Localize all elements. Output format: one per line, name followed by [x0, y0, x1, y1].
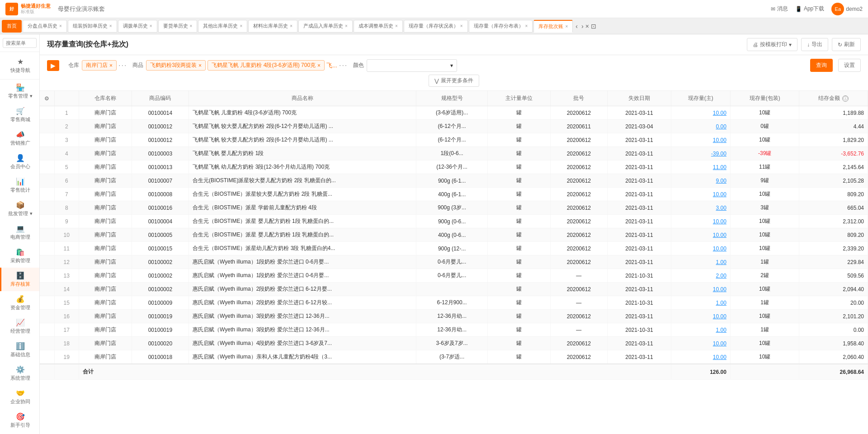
sidebar-item-inventory[interactable]: 🗄️ 库存核算: [0, 268, 39, 291]
cell-stock-main-17[interactable]: 1.00: [671, 323, 730, 337]
refresh-button[interactable]: ↻ 刷新: [832, 38, 861, 51]
cell-stock-main-12[interactable]: 1.00: [671, 255, 730, 269]
tab-xianzailiang1[interactable]: 现存量（库存状况表）×: [404, 20, 468, 33]
cell-stock-main-18[interactable]: 10.00: [671, 337, 730, 350]
cell-stock-main-11[interactable]: 10.00: [671, 242, 730, 255]
print-button[interactable]: 🖨 按模板打印 ▾: [747, 38, 797, 51]
sidebar-item-retail-mgmt[interactable]: 🏪 零售管理 ▾: [0, 80, 39, 103]
color-input[interactable]: ▾: [367, 59, 457, 72]
app-download-btn[interactable]: 📱 App下载: [795, 5, 824, 13]
tab-chengben[interactable]: 成本调整单历史 ×: [354, 20, 403, 33]
ecom-icon: 💻: [16, 224, 25, 233]
cell-stock-main-6[interactable]: 9.00: [671, 174, 730, 188]
tab-prev-btn[interactable]: ‹: [574, 23, 580, 30]
tab-close-all-btn[interactable]: ×: [585, 23, 589, 30]
search-input[interactable]: [3, 38, 37, 48]
close-icon[interactable]: ×: [109, 24, 112, 28]
product-tag-0[interactable]: 飞鹤奶粉3段两提装 ×: [146, 60, 206, 71]
cell-stock-main-16[interactable]: 10.00: [671, 310, 730, 323]
tab-yaohuodan[interactable]: 要货单历史 ×: [158, 20, 198, 33]
cell-balance-2: 4.44: [799, 120, 868, 133]
close-icon[interactable]: ×: [395, 24, 398, 28]
close-icon[interactable]: ×: [59, 24, 62, 28]
close-icon[interactable]: ×: [525, 24, 528, 28]
cell-stock-main-10[interactable]: 10.00: [671, 228, 730, 242]
sidebar-item-appcenter[interactable]: 📱 应用中心: [0, 432, 39, 434]
sidebar-item-sys[interactable]: ⚙️ 系统管理: [0, 362, 39, 385]
cell-spec-6: 900g (6-1...: [416, 174, 488, 188]
message-btn[interactable]: ✉ 消息: [771, 5, 788, 13]
cell-stock-main-9[interactable]: 10.00: [671, 215, 730, 228]
col-settings[interactable]: ⚙: [40, 91, 54, 106]
cell-stock-main-15[interactable]: 1.00: [671, 296, 730, 310]
logo-area: 好 畅捷通好生意 标准版: [5, 3, 51, 15]
cell-warehouse-8: 南岸门店: [79, 201, 132, 215]
cell-warehouse-3: 南岸门店: [79, 133, 132, 147]
cell-stock-main-19[interactable]: 10.00: [671, 350, 730, 364]
sidebar-item-guide[interactable]: 🎯 新手引导: [0, 409, 39, 432]
close-icon[interactable]: ×: [345, 24, 348, 28]
sidebar-item-corp[interactable]: 🤝 企业协同: [0, 385, 39, 409]
collapse-filter-btn[interactable]: ▶: [47, 60, 59, 71]
cell-index-10: 10: [54, 228, 79, 242]
tab-qitachuku[interactable]: 其他出库单历史 ×: [198, 20, 247, 33]
cell-expire-17: 2021-10-31: [608, 323, 671, 337]
tab-xianzailiang2[interactable]: 现存量（库存分布表）×: [469, 20, 533, 33]
cell-stock-main-8[interactable]: 3.00: [671, 201, 730, 215]
close-icon[interactable]: ×: [150, 24, 152, 28]
expand-conditions-btn[interactable]: ⋁ 展开更多条件: [429, 75, 479, 87]
tab-fenkunhistory[interactable]: 分盘点单历史 ×: [23, 20, 67, 33]
warehouse-remove-icon[interactable]: ×: [109, 62, 113, 69]
tab-next-btn[interactable]: ›: [580, 23, 585, 30]
product-remove-icon-0[interactable]: ×: [198, 62, 202, 69]
sidebar-item-mkt[interactable]: 📣 营销推广: [0, 127, 39, 150]
close-icon[interactable]: ×: [290, 24, 292, 28]
tab-home[interactable]: 首页: [2, 20, 22, 33]
cell-stock-main-7[interactable]: 10.00: [671, 188, 730, 201]
cell-stock-main-4[interactable]: -39.00: [671, 147, 730, 160]
cell-stock-main-2[interactable]: 0.00: [671, 120, 730, 133]
cell-code-13: 00100002: [132, 269, 189, 283]
close-icon[interactable]: ×: [565, 24, 568, 29]
tab-zuzhexiaodan[interactable]: 组装拆卸单历史 ×: [68, 20, 117, 33]
sidebar-item-purchase[interactable]: 🛍️ 采购管理: [0, 244, 39, 268]
product-more-dots[interactable]: ···: [339, 61, 348, 70]
warehouse-more-dots[interactable]: ···: [118, 61, 127, 70]
tab-chanchengruku[interactable]: 产成品入库单历史 ×: [298, 20, 353, 33]
close-icon[interactable]: ×: [460, 24, 463, 28]
product-tag-1[interactable]: 飞鹤星飞帆 儿童奶粉 4段(3-6岁适用) 700克 ×: [208, 60, 325, 71]
sidebar-item-batch-mgmt[interactable]: 📦 批发管理 ▾: [0, 197, 39, 221]
tab-expand-btn[interactable]: ⊡: [589, 23, 598, 30]
balance-info-icon[interactable]: ⓘ: [842, 95, 849, 102]
cell-stock-main-5[interactable]: 11.00: [671, 160, 730, 174]
cell-stock-main-1[interactable]: 10.00: [671, 106, 730, 120]
tab-pipicidan[interactable]: 库存批次账 ×: [533, 20, 573, 33]
tab-cailiaochuku[interactable]: 材料出库单历史 ×: [248, 20, 297, 33]
cell-stock-main-13[interactable]: 2.00: [671, 269, 730, 283]
sidebar-item-retail-stats[interactable]: 📊 零售统计: [0, 174, 39, 197]
warehouse-tag[interactable]: 南岸门店 ×: [82, 60, 117, 71]
product-tag-more[interactable]: 飞...: [326, 61, 337, 70]
product-remove-icon-1[interactable]: ×: [317, 62, 321, 69]
export-button[interactable]: ↓ 导出: [801, 38, 828, 51]
sidebar-item-finance[interactable]: 💰 资金管理: [0, 291, 39, 315]
sidebar-item-basic[interactable]: ℹ️ 基础信息: [0, 338, 39, 362]
tab-diaobodan[interactable]: 调拨单历史 ×: [118, 20, 157, 33]
cell-stock-main-14[interactable]: 10.00: [671, 283, 730, 296]
sidebar-item-retail-store[interactable]: 🛒 零售商城: [0, 103, 39, 127]
cell-expire-7: 2021-03-11: [608, 188, 671, 201]
user-area[interactable]: Ea demo2: [831, 3, 863, 15]
cell-stock-pkg-11: 10罐: [730, 242, 799, 255]
sidebar-item-quicknav[interactable]: ★ 快捷导航: [0, 54, 39, 77]
store-icon: 🛒: [16, 107, 25, 115]
query-button[interactable]: 查询: [810, 59, 833, 72]
sidebar-item-member[interactable]: 👤 会员中心: [0, 150, 39, 174]
close-icon[interactable]: ×: [190, 24, 193, 28]
sidebar-item-ops[interactable]: 📈 经营管理: [0, 315, 39, 338]
sidebar-item-ecom[interactable]: 💻 电商管理: [0, 221, 39, 244]
cell-batch-15: —: [550, 296, 607, 310]
cell-name-5: 飞鹤星飞帆 幼儿配方奶粉 3段(12-36个月幼儿适用) 700克: [189, 160, 416, 174]
cell-stock-main-3[interactable]: 10.00: [671, 133, 730, 147]
settings-button[interactable]: 设置: [838, 59, 861, 72]
close-icon[interactable]: ×: [240, 24, 242, 28]
